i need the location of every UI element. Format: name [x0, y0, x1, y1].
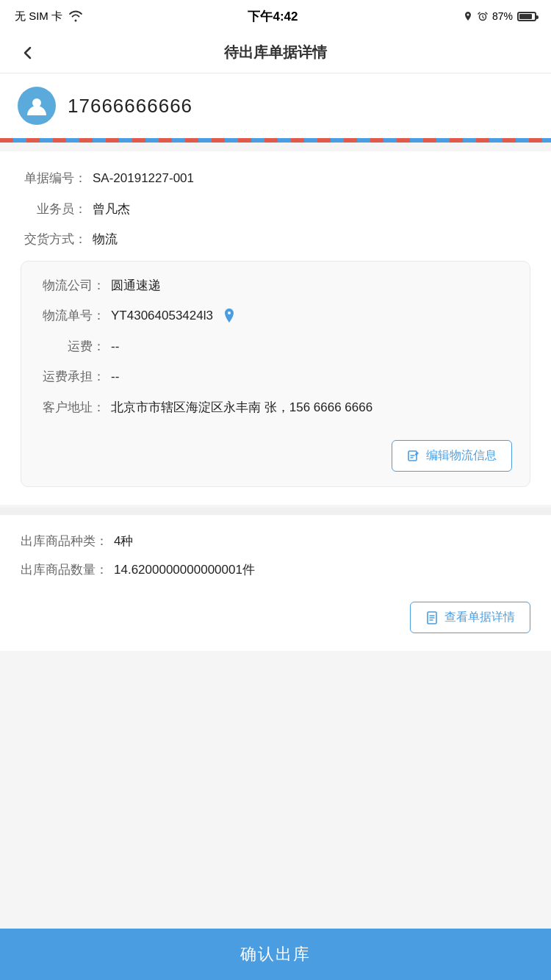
freight-bearing-value: -- [111, 367, 512, 386]
address-label: 客户地址： [39, 398, 105, 417]
goods-quantity-value: 14.6200000000000001件 [114, 561, 255, 578]
goods-quantity-row: 出库商品数量： 14.6200000000000001件 [21, 561, 530, 578]
view-detail-button[interactable]: 查看单据详情 [410, 602, 530, 633]
goods-types-value: 4种 [114, 533, 133, 550]
freight-label: 运费： [39, 337, 105, 356]
delivery-method-value: 物流 [93, 230, 530, 249]
confirm-outbound-button[interactable]: 确认出库 [0, 929, 551, 980]
customer-phone: 17666666666 [68, 95, 192, 118]
track-location-icon[interactable] [220, 307, 238, 325]
freight-row: 运费： -- [39, 337, 512, 356]
address-row: 客户地址： 北京市市辖区海淀区永丰南 张，156 6666 6666 [39, 398, 512, 417]
salesperson-row: 业务员： 曾凡杰 [21, 200, 530, 219]
status-right: 87% [463, 10, 536, 22]
salesperson-value: 曾凡杰 [93, 200, 530, 219]
freight-bearing-row: 运费承担： -- [39, 367, 512, 386]
avatar [18, 87, 56, 125]
view-detail-btn-container: 查看单据详情 [21, 590, 530, 633]
status-bar: 无 SIM 卡 下午4:42 87% [0, 0, 551, 32]
goods-types-label: 出库商品种类： [21, 533, 108, 550]
goods-types-row: 出库商品种类： 4种 [21, 533, 530, 550]
status-left: 无 SIM 卡 [15, 10, 83, 24]
document-number-label: 单据编号： [21, 169, 87, 188]
document-number-row: 单据编号： SA-20191227-001 [21, 169, 530, 188]
page-title: 待出库单据详情 [41, 43, 510, 62]
logistics-card: 物流公司： 圆通速递 物流单号： YT43064053424l3 运费： -- [21, 261, 530, 488]
tracking-number-label: 物流单号： [39, 306, 105, 325]
battery-percent: 87% [492, 10, 513, 22]
logistics-company-row: 物流公司： 圆通速递 [39, 276, 512, 295]
address-value: 北京市市辖区海淀区永丰南 张，156 6666 6666 [111, 398, 512, 417]
delivery-method-row: 交货方式： 物流 [21, 230, 530, 249]
salesperson-label: 业务员： [21, 200, 87, 219]
bottom-spacer [0, 651, 551, 813]
tracking-number-value: YT43064053424l3 [111, 306, 512, 325]
dashed-divider [0, 138, 551, 143]
edit-logistics-button[interactable]: 编辑物流信息 [392, 440, 512, 472]
goods-quantity-label: 出库商品数量： [21, 561, 108, 578]
alarm-icon [478, 11, 488, 21]
sim-status: 无 SIM 卡 [15, 10, 62, 24]
freight-bearing-label: 运费承担： [39, 367, 105, 386]
wifi-icon [68, 10, 83, 22]
goods-section: 出库商品种类： 4种 出库商品数量： 14.6200000000000001件 … [0, 515, 551, 651]
nav-bar: 待出库单据详情 [0, 32, 551, 73]
logistics-company-label: 物流公司： [39, 276, 105, 295]
edit-icon [407, 450, 420, 463]
document-number-value: SA-20191227-001 [93, 169, 530, 188]
logistics-company-value: 圆通速递 [111, 276, 512, 295]
document-icon [425, 611, 439, 624]
customer-header: 17666666666 [0, 73, 551, 138]
back-button[interactable] [15, 40, 41, 66]
tracking-number-row: 物流单号： YT43064053424l3 [39, 306, 512, 325]
freight-value: -- [111, 337, 512, 356]
section-divider [0, 508, 551, 515]
order-info-section: 单据编号： SA-20191227-001 业务员： 曾凡杰 交货方式： 物流 … [0, 151, 551, 505]
delivery-method-label: 交货方式： [21, 230, 87, 249]
location-active-icon [463, 11, 473, 21]
status-time: 下午4:42 [248, 8, 298, 25]
edit-btn-container: 编辑物流信息 [39, 428, 512, 472]
battery-icon [517, 12, 536, 21]
